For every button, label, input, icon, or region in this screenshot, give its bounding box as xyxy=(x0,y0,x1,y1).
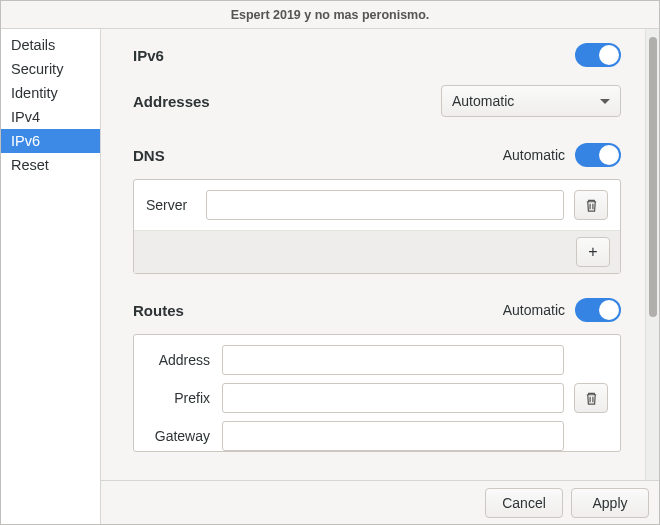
scrollbar-thumb[interactable] xyxy=(649,37,657,317)
dns-delete-button[interactable] xyxy=(574,190,608,220)
sidebar-item-ipv6[interactable]: IPv6 xyxy=(1,129,100,153)
routes-gateway-input[interactable] xyxy=(222,421,564,451)
trash-icon xyxy=(584,198,599,213)
network-settings-window: Espert 2019 y no mas peronismo. Details … xyxy=(0,0,660,525)
routes-prefix-input[interactable] xyxy=(222,383,564,413)
dns-server-label: Server xyxy=(146,197,196,213)
sidebar-item-label: IPv6 xyxy=(11,133,40,149)
routes-auto-toggle[interactable] xyxy=(575,298,621,322)
toggle-knob xyxy=(599,45,619,65)
sidebar-item-security[interactable]: Security xyxy=(1,57,100,81)
toggle-knob xyxy=(599,300,619,320)
routes-header: Routes Automatic xyxy=(133,298,621,322)
routes-heading: Routes xyxy=(133,302,184,319)
window-title: Espert 2019 y no mas peronismo. xyxy=(231,8,430,22)
routes-delete-button[interactable] xyxy=(574,383,608,413)
ipv6-heading: IPv6 xyxy=(133,47,164,64)
chevron-down-icon xyxy=(600,99,610,104)
routes-address-input[interactable] xyxy=(222,345,564,375)
routes-address-row: Address xyxy=(134,335,620,379)
cancel-label: Cancel xyxy=(502,495,546,511)
body: Details Security Identity IPv4 IPv6 Rese… xyxy=(1,29,659,524)
routes-prefix-label: Prefix xyxy=(146,390,212,406)
dns-auto-label: Automatic xyxy=(503,147,565,163)
actionbar: Cancel Apply xyxy=(101,480,659,524)
addresses-label: Addresses xyxy=(133,93,210,110)
routes-auto-label: Automatic xyxy=(503,302,565,318)
addresses-mode-combo[interactable]: Automatic xyxy=(441,85,621,117)
sidebar-item-identity[interactable]: Identity xyxy=(1,81,100,105)
routes-address-label: Address xyxy=(146,352,212,368)
sidebar-item-reset[interactable]: Reset xyxy=(1,153,100,177)
dns-header: DNS Automatic xyxy=(133,143,621,167)
toggle-knob xyxy=(599,145,619,165)
sidebar-item-label: Security xyxy=(11,61,63,77)
routes-frame: Address Prefix Gateway xyxy=(133,334,621,452)
sidebar-item-details[interactable]: Details xyxy=(1,33,100,57)
addresses-row: Addresses Automatic xyxy=(133,85,621,117)
routes-gateway-row: Gateway xyxy=(134,417,620,451)
titlebar: Espert 2019 y no mas peronismo. xyxy=(1,1,659,29)
sidebar-item-label: Identity xyxy=(11,85,58,101)
ipv6-enable-row: IPv6 xyxy=(133,43,621,67)
sidebar-item-label: IPv4 xyxy=(11,109,40,125)
plus-icon: + xyxy=(588,243,597,261)
main: IPv6 Addresses Automatic DNS xyxy=(101,29,659,524)
sidebar-item-ipv4[interactable]: IPv4 xyxy=(1,105,100,129)
cancel-button[interactable]: Cancel xyxy=(485,488,563,518)
apply-button[interactable]: Apply xyxy=(571,488,649,518)
ipv6-toggle[interactable] xyxy=(575,43,621,67)
dns-frame: Server + xyxy=(133,179,621,274)
dns-add-button[interactable]: + xyxy=(576,237,610,267)
dns-server-row: Server xyxy=(134,180,620,230)
content: IPv6 Addresses Automatic DNS xyxy=(101,29,645,480)
sidebar: Details Security Identity IPv4 IPv6 Rese… xyxy=(1,29,101,524)
dns-auto-toggle[interactable] xyxy=(575,143,621,167)
routes-prefix-row: Prefix xyxy=(134,379,620,417)
dns-server-input[interactable] xyxy=(206,190,564,220)
sidebar-item-label: Reset xyxy=(11,157,49,173)
apply-label: Apply xyxy=(592,495,627,511)
sidebar-item-label: Details xyxy=(11,37,55,53)
dns-add-row: + xyxy=(134,230,620,273)
scrollbar[interactable] xyxy=(645,29,659,480)
dns-heading: DNS xyxy=(133,147,165,164)
routes-gateway-label: Gateway xyxy=(146,428,212,444)
scroll-wrap: IPv6 Addresses Automatic DNS xyxy=(101,29,659,480)
trash-icon xyxy=(584,391,599,406)
addresses-mode-value: Automatic xyxy=(452,93,514,109)
